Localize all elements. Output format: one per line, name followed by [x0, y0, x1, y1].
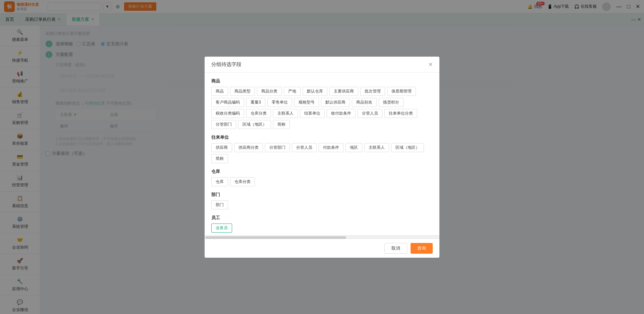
modal-horizontal-scrollbar[interactable]	[205, 235, 439, 239]
tag-retail-unit[interactable]: 零售单位	[267, 98, 292, 107]
tag-warehouse-cat[interactable]: 仓库分类	[230, 177, 255, 186]
section-goods-title: 商品	[211, 78, 433, 84]
tag-spec-model[interactable]: 规格型号	[294, 98, 319, 107]
tag-settlement-unit[interactable]: 结算单位	[300, 109, 325, 118]
tag-region-area[interactable]: 区域（地区）	[391, 143, 424, 152]
tag-department[interactable]: 部门	[211, 200, 228, 209]
tag-goods-type[interactable]: 商品类型	[230, 87, 255, 96]
field-select-modal: 分组待选字段 ✕ 商品 商品 商品类型 商品分类 产地 默认仓库 主要供应商 批…	[205, 57, 439, 258]
tag-expiry-mgmt[interactable]: 保质期管理	[387, 87, 416, 96]
tag-payment-terms[interactable]: 收付款条件	[327, 109, 356, 118]
tag-pick-points[interactable]: 拣货积分	[379, 98, 404, 107]
confirm-button[interactable]: 查询	[411, 243, 433, 254]
tag-origin[interactable]: 产地	[284, 87, 301, 96]
section-employee-title: 员工	[211, 215, 433, 221]
tag-partner-category[interactable]: 往来单位分类	[384, 109, 417, 118]
cancel-button[interactable]: 取消	[384, 243, 407, 254]
tag-goods-alias[interactable]: 商品别名	[352, 98, 377, 107]
section-warehouse-tags: 仓库 仓库分类	[211, 177, 433, 186]
tag-weight3[interactable]: 重量3	[246, 98, 265, 107]
tag-supplier[interactable]: 供应商	[211, 143, 232, 152]
section-partner-title: 往来单位	[211, 134, 433, 140]
tag-supplier-category[interactable]: 供应商分类	[234, 143, 263, 152]
tag-goods-category[interactable]: 商品分类	[257, 87, 282, 96]
section-warehouse-title: 仓库	[211, 169, 433, 175]
tag-main-contact[interactable]: 主联系人	[273, 109, 298, 118]
modal-header: 分组待选字段 ✕	[205, 57, 439, 73]
modal-close-btn[interactable]: ✕	[428, 61, 433, 68]
section-goods: 商品 商品 商品类型 商品分类 产地 默认仓库 主要供应商 批次管理 保质期管理…	[211, 78, 433, 129]
tag-supervisor[interactable]: 分管人员	[358, 109, 382, 118]
tag-region-partner[interactable]: 地区	[345, 143, 362, 152]
section-warehouse: 仓库 仓库 仓库分类	[211, 169, 433, 186]
section-employee: 员工 业务员	[211, 215, 433, 233]
tag-salesperson[interactable]: 业务员	[211, 224, 232, 233]
tag-payment-condition[interactable]: 付款条件	[319, 143, 343, 152]
modal-hscroll-thumb	[205, 236, 346, 239]
tag-default-warehouse[interactable]: 默认仓库	[303, 87, 327, 96]
tag-default-supplier[interactable]: 默认供应商	[321, 98, 350, 107]
tag-batch-mgmt[interactable]: 批次管理	[360, 87, 385, 96]
section-department-title: 部门	[211, 192, 433, 198]
tag-main-contact-partner[interactable]: 主联系人	[364, 143, 389, 152]
section-department-tags: 部门	[211, 200, 433, 209]
section-department: 部门 部门	[211, 192, 433, 209]
tag-dept-person[interactable]: 分管人员	[292, 143, 317, 152]
tag-warehouse[interactable]: 仓库	[211, 177, 228, 186]
tag-warehouse-category[interactable]: 仓库分类	[246, 109, 271, 118]
tag-abbreviation-partner[interactable]: 简称	[211, 154, 228, 163]
tag-region-goods[interactable]: 区域（地区）	[238, 120, 271, 129]
tag-managed-dept[interactable]: 分管部门	[211, 120, 236, 129]
tag-main-supplier[interactable]: 主要供应商	[329, 87, 358, 96]
section-partner: 往来单位 供应商 供应商分类 分管部门 分管人员 付款条件 地区 主联系人 区域…	[211, 134, 433, 163]
tag-dept-managed[interactable]: 分管部门	[265, 143, 290, 152]
modal-body: 商品 商品 商品类型 商品分类 产地 默认仓库 主要供应商 批次管理 保质期管理…	[205, 73, 439, 235]
section-partner-tags: 供应商 供应商分类 分管部门 分管人员 付款条件 地区 主联系人 区域（地区） …	[211, 143, 433, 163]
tag-goods[interactable]: 商品	[211, 87, 228, 96]
section-goods-tags: 商品 商品类型 商品分类 产地 默认仓库 主要供应商 批次管理 保质期管理 客户…	[211, 87, 433, 129]
modal-footer: 取消 查询	[205, 239, 439, 258]
tag-customer-code[interactable]: 客户商品编码	[211, 98, 244, 107]
tag-abbreviation-goods[interactable]: 简称	[273, 120, 290, 129]
tag-tax-code[interactable]: 税收分类编码	[211, 109, 244, 118]
section-employee-tags: 业务员	[211, 224, 433, 233]
modal-title: 分组待选字段	[211, 61, 241, 68]
modal-overlay: 分组待选字段 ✕ 商品 商品 商品类型 商品分类 产地 默认仓库 主要供应商 批…	[0, 0, 644, 314]
